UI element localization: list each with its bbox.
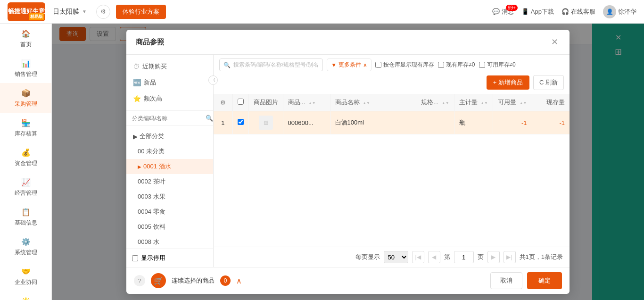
continuous-select-label: 连续选择的商品 bbox=[172, 276, 215, 285]
trial-btn[interactable]: 体验行业方案 bbox=[116, 5, 166, 19]
sidebar-label: 库存核算 bbox=[15, 130, 37, 138]
modal-close-icon[interactable]: ✕ bbox=[549, 36, 560, 48]
search-placeholder: 搜索条码/编码/名称/规格型号/别名 bbox=[233, 61, 319, 69]
tab-freq[interactable]: ⭐ 频次高 bbox=[126, 91, 213, 107]
sidebar-label: 采购管理 bbox=[15, 100, 37, 108]
user-profile[interactable]: 👤 徐泽华 bbox=[603, 5, 636, 18]
sidebar-item-guide[interactable]: 🌟 新手引导 bbox=[0, 291, 51, 300]
first-page-btn[interactable]: |◀ bbox=[412, 251, 424, 263]
sidebar-label: 经营管理 bbox=[15, 189, 37, 197]
sidebar-item-basic-info[interactable]: 📋 基础信息 bbox=[0, 202, 51, 232]
search-bar-icon: 🔍 bbox=[223, 62, 231, 68]
th-img[interactable]: 商品图片 bbox=[248, 94, 283, 111]
category-0001[interactable]: ▶ 0001 酒水 bbox=[126, 159, 213, 174]
recent-icon: ⏱ bbox=[133, 63, 140, 70]
sort-unit-icon: ▲▼ bbox=[480, 101, 488, 105]
stock-nonzero-filter[interactable]: 现有库存≠0 bbox=[438, 61, 475, 69]
store-name: 日太阳膜 bbox=[53, 8, 79, 16]
tab-new[interactable]: 🆕 新品 bbox=[126, 75, 213, 91]
collapse-panel-btn[interactable]: 《 bbox=[208, 75, 218, 85]
sidebar-item-home[interactable]: 🏠 首页 bbox=[0, 24, 51, 53]
online-service-btn[interactable]: 🎧 在线客服 bbox=[561, 8, 595, 16]
category-search-input[interactable] bbox=[132, 115, 203, 122]
show-disabled-label: 显示停用 bbox=[141, 254, 165, 262]
sort-name-icon: ▲▼ bbox=[363, 101, 370, 105]
collapse-up-icon[interactable]: ∧ bbox=[236, 276, 242, 285]
cell-spec bbox=[416, 111, 454, 134]
finance-icon: 💰 bbox=[21, 147, 31, 158]
sidebar-item-operations[interactable]: 📈 经营管理 bbox=[0, 172, 51, 202]
store-selector[interactable]: 日太阳膜 ▼ bbox=[53, 8, 87, 16]
sidebar-label: 资金管理 bbox=[15, 159, 37, 167]
th-spec[interactable]: 规格... ▲▼ bbox=[416, 94, 454, 111]
category-0005[interactable]: 0005 饮料 bbox=[126, 219, 213, 234]
last-page-btn[interactable]: ▶| bbox=[504, 251, 516, 263]
sidebar-item-enterprise[interactable]: 🤝 企业协同 bbox=[0, 261, 51, 291]
help-icon[interactable]: ? bbox=[134, 275, 145, 286]
row-checkbox[interactable] bbox=[238, 119, 244, 125]
add-goods-btn[interactable]: + 新增商品 bbox=[487, 75, 529, 90]
prev-page-btn[interactable]: ◀ bbox=[428, 251, 440, 263]
category-00[interactable]: 00 未分类 bbox=[126, 144, 213, 159]
modal-right-panel: 🔍 搜索条码/编码/名称/规格型号/别名 ▼ 更多条件 ∧ 按仓库显示现有库存 bbox=[214, 55, 570, 267]
avail-nonzero-checkbox[interactable] bbox=[479, 62, 485, 68]
th-stock[interactable]: 现存量 bbox=[532, 94, 570, 111]
modal-footer: ? 🛒 连续选择的商品 0 ∧ 取消 确定 bbox=[126, 267, 570, 294]
avail-nonzero-filter[interactable]: 可用库存≠0 bbox=[479, 61, 516, 69]
per-page-select[interactable]: 50 100 200 bbox=[384, 251, 408, 263]
cart-icon[interactable]: 🛒 bbox=[151, 273, 166, 288]
app-download-btn[interactable]: 📱 App下载 bbox=[521, 8, 554, 16]
confirm-button[interactable]: 确定 bbox=[527, 272, 562, 289]
next-page-btn[interactable]: ▶ bbox=[487, 251, 500, 263]
app-logo: 畅捷通好生意 精易版 bbox=[8, 2, 45, 21]
category-0004[interactable]: 0004 零食 bbox=[126, 204, 213, 219]
sidebar-item-purchase[interactable]: 📦 采购管理 bbox=[0, 83, 51, 113]
category-0002[interactable]: 0002 茶叶 bbox=[126, 174, 213, 189]
category-0003[interactable]: 0003 水果 bbox=[126, 189, 213, 204]
category-0008[interactable]: 0008 水 bbox=[126, 234, 213, 249]
th-unit[interactable]: 主计量 ▲▼ bbox=[454, 94, 493, 111]
th-checkbox[interactable] bbox=[232, 94, 248, 111]
stock-nonzero-checkbox[interactable] bbox=[438, 62, 444, 68]
sidebar-item-sales[interactable]: 📊 销售管理 bbox=[0, 53, 51, 83]
warehouse-filter[interactable]: 按仓库显示现有库存 bbox=[375, 61, 434, 69]
more-filter-btn[interactable]: ▼ 更多条件 ∧ bbox=[327, 58, 372, 71]
th-name[interactable]: 商品名称 ▲▼ bbox=[330, 94, 416, 111]
purchase-icon: 📦 bbox=[21, 88, 31, 98]
page-label: 第 bbox=[444, 253, 450, 261]
select-all-checkbox[interactable] bbox=[238, 99, 244, 105]
store-arrow-icon: ▼ bbox=[82, 9, 87, 14]
show-disabled-checkbox[interactable] bbox=[132, 255, 138, 261]
selected-count-badge: 0 bbox=[220, 275, 231, 286]
operations-icon: 📈 bbox=[21, 177, 31, 187]
modal-overlay: 商品参照 ✕ ⏱ 近期购买 🆕 新 bbox=[52, 24, 644, 300]
goods-search-bar[interactable]: 🔍 搜索条码/编码/名称/规格型号/别名 bbox=[219, 58, 323, 71]
sidebar-label: 首页 bbox=[20, 41, 32, 49]
tab-freq-label: 频次高 bbox=[144, 94, 162, 103]
tab-recent[interactable]: ⏱ 近期购买 bbox=[126, 58, 213, 75]
sidebar-label: 基础信息 bbox=[15, 219, 37, 227]
cell-check[interactable] bbox=[232, 111, 248, 134]
sidebar-item-system[interactable]: ⚙️ 系统管理 bbox=[0, 232, 51, 261]
th-avail[interactable]: 可用量 ▲▼ bbox=[493, 94, 532, 111]
tab-recent-label: 近期购买 bbox=[142, 62, 167, 71]
category-search-icon[interactable]: 🔍 bbox=[206, 115, 213, 122]
th-code[interactable]: 商品... ▲▼ bbox=[283, 94, 330, 111]
sort-avail-icon: ▲▼ bbox=[520, 101, 527, 105]
page-input[interactable] bbox=[454, 251, 474, 263]
th-gear[interactable]: ⚙ bbox=[214, 94, 232, 111]
inventory-icon: 🏪 bbox=[21, 117, 31, 128]
settings-icon[interactable]: ⚙ bbox=[96, 5, 110, 19]
cancel-button[interactable]: 取消 bbox=[490, 272, 522, 289]
messages-btn[interactable]: 💬 消息 99+ bbox=[492, 8, 514, 16]
category-all[interactable]: ▶ 全部分类 bbox=[126, 129, 213, 144]
footer-left: ? 🛒 连续选择的商品 0 ∧ bbox=[134, 273, 242, 288]
sidebar-item-finance[interactable]: 💰 资金管理 bbox=[0, 142, 51, 172]
cell-unit: 瓶 bbox=[454, 111, 493, 134]
table-row[interactable]: 1 🖼 000600... 白酒100ml 瓶 bbox=[214, 111, 570, 134]
warehouse-checkbox[interactable] bbox=[375, 62, 381, 68]
sidebar-item-inventory[interactable]: 🏪 库存核算 bbox=[0, 113, 51, 142]
footer-right: 取消 确定 bbox=[490, 272, 562, 289]
messages-badge: 99+ bbox=[506, 5, 518, 11]
refresh-goods-btn[interactable]: C 刷新 bbox=[533, 75, 564, 90]
